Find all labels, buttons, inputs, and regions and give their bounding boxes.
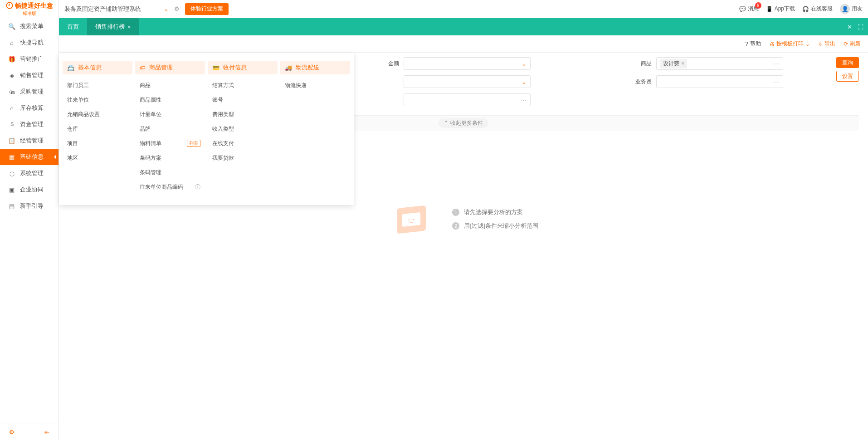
sidebar-item-search[interactable]: 🔍搜索菜单 xyxy=(0,18,59,34)
sidebar-item-inventory[interactable]: ⌂库存核算 xyxy=(0,100,59,116)
mega-item[interactable]: 部门员工 xyxy=(63,78,132,93)
more-icon[interactable]: ⋯ xyxy=(773,78,779,85)
mega-item[interactable]: 计量单位 xyxy=(135,107,205,122)
mega-item[interactable]: 费用类型 xyxy=(208,107,278,122)
mega-item[interactable]: 物料清单列表 xyxy=(135,136,205,151)
mega-col-title: 收付信息 xyxy=(223,64,247,72)
print-button[interactable]: 🖨按模板打印 ⌄ xyxy=(769,40,810,48)
help-icon[interactable]: ⓘ xyxy=(195,183,200,191)
sidebar: 畅捷通好生意 标准版 🔍搜索菜单 ⌂快捷导航 🎁营销推广 ◈销售管理 🛍采购管理… xyxy=(0,0,59,440)
mega-col-title: 基本信息 xyxy=(78,64,102,72)
mega-item[interactable]: 条码方案 xyxy=(135,151,205,165)
logo-title: 畅捷通好生意 xyxy=(15,2,53,10)
more-icon[interactable]: ⋯ xyxy=(521,97,527,103)
message-badge: 6 xyxy=(755,2,761,9)
sidebar-item-collab[interactable]: ▣企业协同 xyxy=(0,181,59,198)
online-service-link[interactable]: 🎧 在线客服 xyxy=(802,5,833,13)
sidebar-item-quicknav[interactable]: ⌂快捷导航 xyxy=(0,34,59,51)
extra-input-2[interactable]: ⋯ xyxy=(404,93,531,106)
app-download-link[interactable]: 📱 App下载 xyxy=(766,5,795,13)
mega-item[interactable]: 商品属性 xyxy=(135,93,205,107)
mega-item[interactable]: 条码管理 xyxy=(135,165,205,180)
amount-input[interactable]: ⌄ xyxy=(404,57,531,70)
salesman-input[interactable]: ⋯ xyxy=(656,75,783,88)
more-icon[interactable]: ⋯ xyxy=(773,60,779,67)
mega-item-label: 物料清单 xyxy=(140,140,161,147)
messages-link[interactable]: 💬 消息 6 xyxy=(739,5,759,13)
product-icon: 🏷 xyxy=(140,64,146,71)
mega-item-label: 项目 xyxy=(67,140,78,147)
tag-close-icon[interactable]: × xyxy=(681,60,684,67)
tab-label: 销售排行榜 xyxy=(95,23,125,31)
sidebar-item-label: 快捷导航 xyxy=(20,39,44,47)
mega-item[interactable]: 往来单位 xyxy=(63,93,132,107)
chevron-down-icon: ⌄ xyxy=(164,5,169,12)
download-label: App下载 xyxy=(775,5,795,13)
collapse-label: 收起更多条件 xyxy=(450,120,483,126)
sidebar-item-business[interactable]: 📋经营管理 xyxy=(0,132,59,149)
tab-sales-ranking[interactable]: 销售排行榜 × xyxy=(87,18,139,35)
gear-icon[interactable]: ⚙ xyxy=(9,429,15,435)
mega-item[interactable]: 账号 xyxy=(208,93,278,107)
logo-icon xyxy=(6,2,13,10)
sidebar-item-system[interactable]: ◌系统管理 xyxy=(0,165,59,181)
headset-icon: 🎧 xyxy=(802,6,809,12)
mega-item[interactable]: 仓库 xyxy=(63,122,132,136)
mega-item-label: 条码管理 xyxy=(140,169,161,176)
search-icon: 🔍 xyxy=(8,23,15,30)
close-icon[interactable]: × xyxy=(127,24,131,30)
fullscreen-icon[interactable]: ⛶ xyxy=(858,24,863,30)
list-tag: 列表 xyxy=(187,140,200,147)
mega-item[interactable]: 商品 xyxy=(135,78,205,93)
avatar-icon: 👤 xyxy=(840,4,850,14)
refresh-button[interactable]: ⟳刷新 xyxy=(844,40,861,48)
user-menu[interactable]: 👤 用友 xyxy=(840,4,863,14)
collapse-sidebar-icon[interactable]: ⇤ xyxy=(44,429,49,435)
mega-item[interactable]: 往来单位商品编码ⓘ xyxy=(135,180,205,194)
mega-col-title: 物流配送 xyxy=(296,64,319,72)
product-input[interactable]: 设计费× ⋯ xyxy=(656,57,783,70)
sidebar-item-label: 经营管理 xyxy=(20,137,44,145)
extra-input-1[interactable]: ⌄ xyxy=(404,75,531,88)
sidebar-item-label: 搜索菜单 xyxy=(20,22,44,30)
mega-item[interactable]: 我要贷款 xyxy=(208,151,278,165)
tab-home[interactable]: 首页 xyxy=(59,18,87,35)
mega-item[interactable]: 允销商品设置 xyxy=(63,107,132,122)
mega-col-logistics: 🚚物流配送 xyxy=(280,61,350,74)
sidebar-bottom: ⚙ ⇤ xyxy=(0,424,59,440)
export-button[interactable]: ⇩导出 xyxy=(818,40,835,48)
toolbar-label: 按模板打印 xyxy=(776,40,804,48)
mega-item[interactable]: 收入类型 xyxy=(208,122,278,136)
mega-item[interactable]: 品牌 xyxy=(135,122,205,136)
sidebar-item-purchase[interactable]: 🛍采购管理 xyxy=(0,83,59,100)
mega-item[interactable]: 地区 xyxy=(63,151,132,165)
tab-bar: 首页 销售排行榜 × ✕ ⛶ xyxy=(59,18,868,35)
gear-icon[interactable]: ⚙ xyxy=(174,5,180,12)
mega-item-label: 往来单位 xyxy=(67,96,89,104)
sidebar-item-sales[interactable]: ◈销售管理 xyxy=(0,67,59,83)
experience-button[interactable]: 体验行业方案 xyxy=(185,3,229,15)
sidebar-item-basicinfo[interactable]: ▦基础信息 xyxy=(0,149,59,165)
system-name: 装备及固定资产辅助管理系统 xyxy=(64,5,141,13)
sidebar-item-finance[interactable]: ＄资金管理 xyxy=(0,116,59,132)
settings-button[interactable]: 设置 xyxy=(836,71,859,82)
query-button[interactable]: 查询 xyxy=(836,57,859,68)
gift-icon: 🎁 xyxy=(8,55,15,63)
mega-item[interactable]: 项目 xyxy=(63,136,132,151)
tab-label: 首页 xyxy=(67,23,79,31)
sidebar-item-guide[interactable]: ▤新手引导 xyxy=(0,198,59,214)
topbar: 装备及固定资产辅助管理系统 ⌄ ⚙ 体验行业方案 💬 消息 6 📱 App下载 … xyxy=(59,0,868,18)
logo-subtitle: 标准版 xyxy=(23,10,36,17)
help-button[interactable]: ?帮助 xyxy=(745,40,761,48)
mega-item[interactable]: 在线支付 xyxy=(208,136,278,151)
mega-item-label: 允销商品设置 xyxy=(67,111,100,118)
sidebar-item-marketing[interactable]: 🎁营销推广 xyxy=(0,51,59,67)
system-select[interactable]: 装备及固定资产辅助管理系统 ⌄ xyxy=(64,5,169,13)
product-label: 商品 xyxy=(624,60,652,68)
chevron-down-icon: ⌄ xyxy=(522,78,527,85)
close-all-icon[interactable]: ✕ xyxy=(847,24,852,30)
mega-item[interactable]: 物流快递 xyxy=(280,78,350,93)
mega-item[interactable]: 结算方式 xyxy=(208,78,278,93)
mega-item-label: 商品 xyxy=(140,82,151,89)
side-nav: 🔍搜索菜单 ⌂快捷导航 🎁营销推广 ◈销售管理 🛍采购管理 ⌂库存核算 ＄资金管… xyxy=(0,18,59,424)
